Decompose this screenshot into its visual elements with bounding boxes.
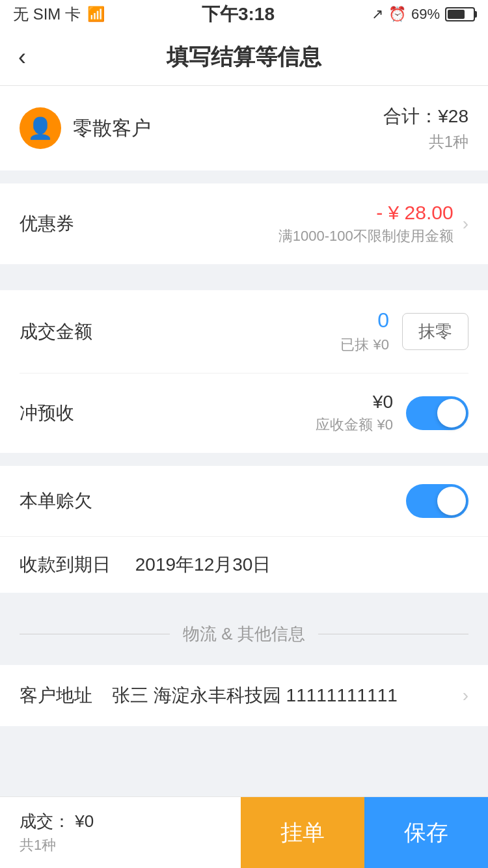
section-divider-1	[0, 277, 488, 290]
due-date-row: 收款到期日 2019年12月30日	[0, 536, 488, 593]
status-bar: 无 SIM 卡 📶 下午3:18 ↗ ⏰ 69%	[0, 0, 488, 29]
coupon-discount-info: - ¥ 28.00 满1000-100不限制使用金额	[278, 202, 454, 246]
prepay-label: 冲预收	[20, 401, 74, 426]
coupon-label: 优惠券	[20, 211, 74, 236]
customer-row: 👤 零散客户 合计：¥28 共1种	[0, 86, 488, 170]
customer-card: 👤 零散客户 合计：¥28 共1种	[0, 86, 488, 170]
total-amount: 合计：¥28	[383, 104, 468, 129]
status-right: ↗ ⏰ 69%	[372, 6, 475, 23]
address-value: 张三 海淀永丰科技园 11111111111	[112, 683, 463, 708]
transaction-amount[interactable]: 0	[340, 308, 389, 332]
item-count: 共1种	[383, 131, 468, 152]
coupon-card: 优惠券 - ¥ 28.00 满1000-100不限制使用金额 ›	[0, 183, 488, 264]
page-title: 填写结算等信息	[167, 42, 321, 72]
section-divider-2	[0, 453, 488, 466]
logistics-divider: 物流 & 其他信息	[0, 606, 488, 662]
prepay-receivable: 应收金额 ¥0	[316, 415, 393, 435]
coupon-description: 满1000-100不限制使用金额	[278, 226, 454, 246]
avatar-icon: 👤	[27, 116, 53, 141]
bottom-transaction: 成交： ¥0	[20, 810, 221, 833]
content-area: 👤 零散客户 合计：¥28 共1种 优惠券 - ¥ 28.00 满1000-10…	[0, 86, 488, 824]
round-button[interactable]: 抹零	[402, 313, 468, 350]
transaction-label: 成交金额	[20, 319, 92, 344]
wifi-icon: 📶	[87, 6, 105, 23]
customer-name: 零散客户	[73, 115, 151, 142]
chevron-right-icon: ›	[463, 213, 468, 234]
avatar: 👤	[20, 107, 61, 149]
section-divider-3	[0, 593, 488, 606]
toggle-knob	[437, 399, 466, 427]
pending-button[interactable]: 挂单	[241, 797, 364, 868]
transaction-row: 成交金额 0 已抹 ¥0 抹零	[20, 290, 468, 373]
coupon-right: - ¥ 28.00 满1000-100不限制使用金额 ›	[278, 202, 468, 246]
alarm-icon: ⏰	[388, 6, 406, 23]
address-chevron-icon: ›	[463, 685, 468, 706]
battery-icon	[445, 7, 475, 21]
prepay-row: 冲预收 ¥0 应收金额 ¥0	[20, 373, 468, 453]
debt-section: 本单赊欠	[0, 466, 488, 536]
status-left: 无 SIM 卡 📶	[13, 4, 105, 25]
time-display: 下午3:18	[202, 2, 275, 27]
location-icon: ↗	[372, 6, 383, 23]
customer-info: 👤 零散客户	[20, 107, 151, 149]
carrier-text: 无 SIM 卡	[13, 4, 81, 25]
nav-bar: ‹ 填写结算等信息	[0, 29, 488, 86]
discount-amount: - ¥ 28.00	[278, 202, 454, 224]
prepay-toggle[interactable]	[406, 396, 468, 430]
bottom-bar: 成交： ¥0 共1种 挂单 保存	[0, 796, 488, 868]
debt-label: 本单赊欠	[20, 489, 92, 513]
logistics-label: 物流 & 其他信息	[183, 623, 305, 645]
address-label: 客户地址	[20, 683, 92, 708]
save-button[interactable]: 保存	[364, 797, 488, 868]
battery-percent: 69%	[411, 6, 440, 23]
debt-toggle-knob	[437, 487, 466, 515]
transaction-right: 0 已抹 ¥0 抹零	[340, 308, 468, 355]
order-summary: 合计：¥28 共1种	[383, 104, 468, 152]
prepay-right: ¥0 应收金额 ¥0	[316, 392, 468, 435]
bottom-count: 共1种	[20, 835, 221, 855]
transaction-section: 成交金额 0 已抹 ¥0 抹零 冲预收 ¥0 应收金额 ¥0	[0, 290, 488, 453]
bottom-transaction-amount: ¥0	[75, 811, 94, 831]
round-sub-text: 已抹 ¥0	[340, 335, 389, 355]
prepay-amount: ¥0	[316, 392, 393, 413]
coupon-row[interactable]: 优惠券 - ¥ 28.00 满1000-100不限制使用金额 ›	[0, 183, 488, 264]
back-button[interactable]: ‹	[18, 44, 26, 71]
due-date-value: 2019年12月30日	[135, 554, 271, 575]
divider-line-left	[20, 634, 170, 634]
bottom-transaction-label: 成交：	[20, 811, 70, 831]
debt-toggle[interactable]	[406, 484, 468, 518]
address-row[interactable]: 客户地址 张三 海淀永丰科技园 11111111111 ›	[0, 665, 488, 726]
due-date-label: 收款到期日	[20, 554, 111, 575]
bottom-info: 成交： ¥0 共1种	[0, 797, 241, 868]
divider-line-right	[318, 634, 468, 634]
prepay-amounts: ¥0 应收金额 ¥0	[316, 392, 393, 435]
